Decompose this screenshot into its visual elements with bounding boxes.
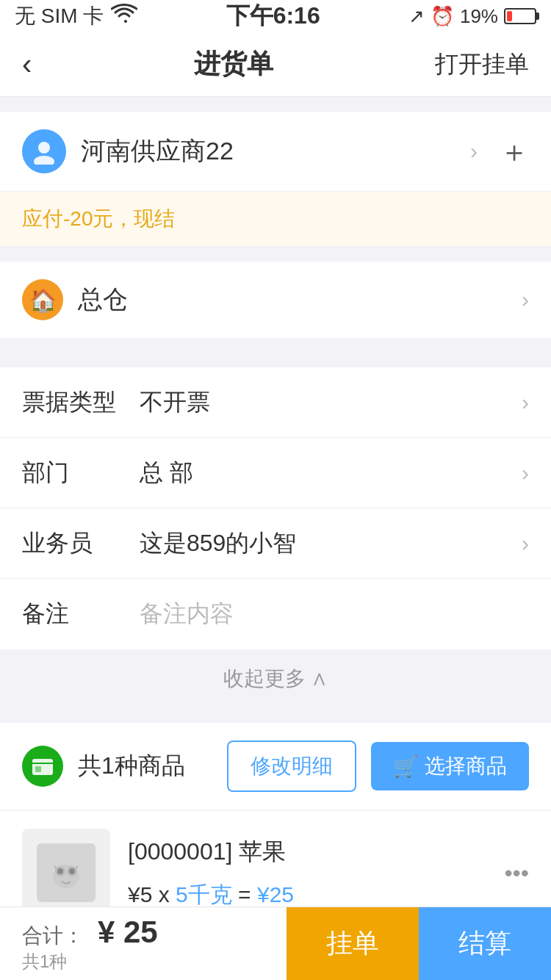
dept-chevron-icon: › xyxy=(522,461,529,486)
section-gap-2 xyxy=(0,247,551,262)
supplier-avatar xyxy=(22,129,66,173)
supplier-name: 河南供应商22 xyxy=(81,134,470,168)
status-time: 下午6:16 xyxy=(226,0,320,32)
status-left: 无 SIM 卡 xyxy=(15,2,137,30)
dept-value: 总 部 xyxy=(125,457,522,489)
checkout-button[interactable]: 结算 xyxy=(419,907,551,981)
add-button[interactable]: ＋ xyxy=(500,131,529,172)
svg-point-7 xyxy=(57,868,63,874)
invoice-type-row[interactable]: 票据类型 不开票 › xyxy=(0,367,551,438)
dept-row[interactable]: 部门 总 部 › xyxy=(0,438,551,508)
alarm-icon: ⏰ xyxy=(431,5,454,28)
notice-bar: 应付-20元，现结 xyxy=(0,192,551,247)
total-amount: ¥ 25 xyxy=(98,915,158,949)
warehouse-icon: 🏠 xyxy=(22,279,63,320)
collapse-bar[interactable]: 收起更多 ∧ xyxy=(0,649,551,708)
product-name: [0000001] 苹果 xyxy=(128,836,486,868)
total-section: 合计： ¥ 25 共1种 xyxy=(0,915,287,973)
svg-rect-3 xyxy=(35,766,41,772)
section-gap-4 xyxy=(0,708,551,723)
svg-point-0 xyxy=(38,142,50,154)
multiply-sign: x xyxy=(159,882,176,907)
status-right: ↗ ⏰ 19% xyxy=(408,5,536,28)
products-header: 共1种商品 修改明细 🛒 选择商品 xyxy=(0,723,551,810)
product-count-label: 共1种商品 xyxy=(78,750,212,782)
cart-icon: 🛒 xyxy=(393,754,419,779)
products-icon xyxy=(22,746,63,787)
unit-price: ¥5 xyxy=(128,882,152,907)
total-label: 合计： xyxy=(22,924,84,947)
remark-row[interactable]: 备注 备注内容 xyxy=(0,579,551,649)
invoice-type-chevron-icon: › xyxy=(522,390,529,415)
select-product-button[interactable]: 🛒 选择商品 xyxy=(371,742,529,790)
status-bar: 无 SIM 卡 下午6:16 ↗ ⏰ 19% xyxy=(0,0,551,32)
total-price: ¥25 xyxy=(257,882,294,907)
hang-button[interactable]: 挂单 xyxy=(287,907,419,981)
remark-label: 备注 xyxy=(22,598,125,630)
salesman-value: 这是859的小智 xyxy=(125,527,522,560)
salesman-label: 业务员 xyxy=(22,527,125,560)
section-gap-1 xyxy=(0,97,551,112)
open-hang-button[interactable]: 打开挂单 xyxy=(435,48,529,81)
product-more-button[interactable]: ••• xyxy=(504,860,529,887)
page-title: 进货单 xyxy=(194,46,273,82)
edit-detail-button[interactable]: 修改明细 xyxy=(227,741,356,792)
salesman-chevron-icon: › xyxy=(522,531,529,556)
product-thumbnail xyxy=(22,829,110,917)
battery-icon xyxy=(504,8,536,24)
select-product-label: 选择商品 xyxy=(425,752,507,780)
invoice-type-label: 票据类型 xyxy=(22,386,125,419)
warehouse-name: 总仓 xyxy=(78,283,522,317)
product-title: 苹果 xyxy=(239,838,286,865)
bottom-bar: 合计： ¥ 25 共1种 挂单 结算 xyxy=(0,907,551,980)
wifi-icon xyxy=(111,4,137,29)
total-count: 共1种 xyxy=(22,950,264,973)
nav-bar: ‹ 进货单 打开挂单 xyxy=(0,32,551,97)
product-thumb-inner xyxy=(37,843,96,902)
location-icon: ↗ xyxy=(408,5,425,28)
product-price: ¥5 x 5千克 = ¥25 xyxy=(128,880,486,910)
carrier-text: 无 SIM 卡 xyxy=(15,2,104,30)
warehouse-row[interactable]: 🏠 总仓 › xyxy=(0,262,551,338)
section-gap-3 xyxy=(0,338,551,353)
quantity: 5千克 xyxy=(176,882,232,907)
warehouse-chevron-icon: › xyxy=(522,287,529,312)
product-id: [0000001] xyxy=(128,838,232,865)
salesman-row[interactable]: 业务员 这是859的小智 › xyxy=(0,508,551,579)
invoice-type-value: 不开票 xyxy=(125,386,522,419)
remark-input[interactable]: 备注内容 xyxy=(125,598,529,630)
equal-sign: = xyxy=(238,882,257,907)
supplier-card: 河南供应商22 › ＋ 应付-20元，现结 xyxy=(0,112,551,247)
svg-point-1 xyxy=(34,156,54,165)
dept-label: 部门 xyxy=(22,457,125,489)
warehouse-card: 🏠 总仓 › xyxy=(0,262,551,338)
battery-text: 19% xyxy=(460,5,498,28)
svg-point-8 xyxy=(69,868,75,874)
supplier-row[interactable]: 河南供应商22 › ＋ xyxy=(0,112,551,192)
back-button[interactable]: ‹ xyxy=(22,48,32,81)
supplier-chevron-icon: › xyxy=(470,139,478,164)
product-info: [0000001] 苹果 ¥5 x 5千克 = ¥25 xyxy=(128,836,486,910)
form-section: 票据类型 不开票 › 部门 总 部 › 业务员 这是859的小智 › 备注 备注… xyxy=(0,367,551,649)
